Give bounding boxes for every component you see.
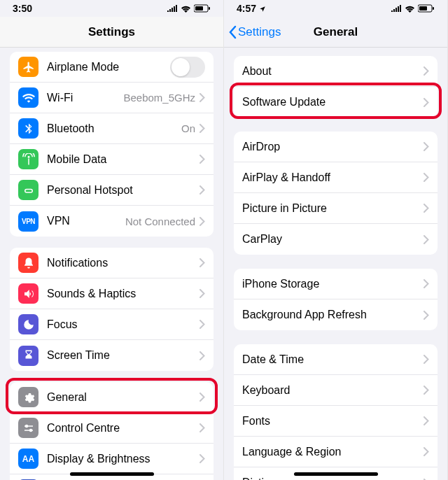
antenna-icon: [18, 149, 38, 169]
home-indicator[interactable]: [70, 472, 154, 476]
chevron-left-icon: [228, 25, 237, 39]
settings-screen: 3:50 Settings Airplane Mode Wi-Fi Beebom…: [0, 0, 224, 480]
row-picture-in-picture[interactable]: Picture in Picture: [234, 193, 438, 224]
status-bar: 4:57: [224, 0, 447, 17]
gear-icon: [18, 387, 38, 407]
hourglass-icon: [18, 346, 38, 366]
row-software-update[interactable]: Software Update: [234, 87, 438, 118]
row-label: Screen Time: [47, 349, 200, 362]
group-datetime: Date & Time Keyboard Fonts Language & Re…: [234, 344, 438, 480]
svg-rect-6: [24, 430, 33, 431]
chevron-right-icon: [424, 173, 429, 182]
row-label: Wi-Fi: [47, 92, 123, 104]
back-label: Settings: [238, 25, 281, 39]
row-control-centre[interactable]: Control Centre: [10, 413, 214, 444]
row-background-app-refresh[interactable]: Background App Refresh: [234, 299, 438, 330]
row-airplay-handoff[interactable]: AirPlay & Handoff: [234, 162, 438, 193]
bluetooth-icon: [18, 118, 38, 139]
chevron-right-icon: [200, 393, 205, 402]
row-display-brightness[interactable]: AA Display & Brightness: [10, 444, 214, 474]
row-bluetooth[interactable]: Bluetooth On: [10, 113, 214, 144]
bell-icon: [18, 253, 38, 273]
airplane-toggle[interactable]: [170, 57, 205, 78]
row-label: AirPlay & Handoff: [242, 171, 424, 184]
group-about: About Software Update: [234, 56, 438, 118]
chevron-right-icon: [424, 98, 429, 107]
back-button[interactable]: Settings: [228, 25, 281, 39]
general-list[interactable]: About Software Update AirDrop AirPlay & …: [224, 48, 447, 480]
row-mobile-data[interactable]: Mobile Data: [10, 144, 214, 175]
chevron-right-icon: [200, 454, 205, 463]
row-label: General: [47, 391, 200, 404]
row-keyboard[interactable]: Keyboard: [234, 375, 438, 406]
row-label: Background App Refresh: [242, 309, 424, 321]
row-label: Fonts: [242, 415, 424, 428]
status-indicators: [167, 4, 211, 13]
nav-bar: Settings General: [224, 17, 447, 48]
svg-rect-1: [195, 6, 203, 10]
row-vpn[interactable]: VPN VPN Not Connected: [10, 206, 214, 237]
svg-rect-2: [209, 7, 210, 10]
row-label: Control Centre: [47, 422, 200, 435]
svg-rect-5: [24, 425, 33, 427]
row-sounds-haptics[interactable]: Sounds & Haptics: [10, 278, 214, 309]
chevron-right-icon: [424, 142, 429, 151]
row-label: Language & Region: [242, 446, 424, 458]
settings-list[interactable]: Airplane Mode Wi-Fi Beebom_5GHz Bluetoot…: [0, 48, 223, 480]
row-label: CarPlay: [242, 233, 424, 246]
chevron-right-icon: [200, 185, 205, 195]
airplane-icon: [18, 57, 38, 77]
row-label: Mobile Data: [47, 153, 200, 166]
group-storage: iPhone Storage Background App Refresh: [234, 269, 438, 330]
chevron-right-icon: [200, 258, 205, 267]
chevron-right-icon: [200, 124, 205, 133]
row-screen-time[interactable]: Screen Time: [10, 340, 214, 371]
status-indicators: [391, 4, 435, 13]
chevron-right-icon: [200, 320, 205, 329]
row-language-region[interactable]: Language & Region: [234, 437, 438, 467]
text-size-icon: AA: [18, 449, 38, 469]
row-airdrop[interactable]: AirDrop: [234, 132, 438, 162]
row-notifications[interactable]: Notifications: [10, 248, 214, 278]
svg-rect-19: [433, 7, 434, 10]
nav-bar: Settings: [0, 17, 223, 48]
page-title: Settings: [88, 25, 135, 39]
row-date-time[interactable]: Date & Time: [234, 344, 438, 375]
chevron-right-icon: [424, 416, 429, 425]
row-wifi[interactable]: Wi-Fi Beebom_5GHz: [10, 83, 214, 113]
sliders-icon: [18, 418, 38, 438]
hotspot-icon: [18, 180, 38, 200]
row-label: Software Update: [242, 96, 424, 108]
row-fonts[interactable]: Fonts: [234, 406, 438, 437]
chevron-right-icon: [200, 217, 205, 226]
chevron-right-icon: [200, 351, 205, 360]
chevron-right-icon: [424, 279, 429, 288]
row-label: Dictionary: [242, 477, 424, 480]
location-icon: [259, 6, 266, 13]
row-value: On: [181, 122, 195, 134]
row-label: Sounds & Haptics: [47, 288, 200, 300]
chevron-right-icon: [200, 289, 205, 298]
row-label: Focus: [47, 318, 200, 331]
row-general[interactable]: General: [10, 382, 214, 413]
home-indicator[interactable]: [294, 472, 378, 476]
group-airdrop: AirDrop AirPlay & Handoff Picture in Pic…: [234, 132, 438, 255]
row-focus[interactable]: Focus: [10, 309, 214, 340]
row-label: About: [242, 65, 424, 78]
row-carplay[interactable]: CarPlay: [234, 224, 438, 255]
row-label: VPN: [47, 215, 125, 227]
chevron-right-icon: [424, 447, 429, 456]
group-general: General Control Centre AA Display & Brig…: [10, 382, 214, 480]
svg-rect-18: [419, 6, 427, 10]
row-personal-hotspot[interactable]: Personal Hotspot: [10, 175, 214, 206]
row-about[interactable]: About: [234, 56, 438, 87]
row-label: Personal Hotspot: [47, 184, 200, 197]
chevron-right-icon: [424, 355, 429, 364]
row-airplane-mode[interactable]: Airplane Mode: [10, 52, 214, 83]
status-time: 3:50: [13, 3, 32, 14]
chevron-right-icon: [424, 66, 429, 76]
status-time: 4:57: [237, 3, 266, 14]
row-label: Bluetooth: [47, 122, 181, 135]
row-label: Picture in Picture: [242, 202, 424, 215]
row-iphone-storage[interactable]: iPhone Storage: [234, 269, 438, 299]
